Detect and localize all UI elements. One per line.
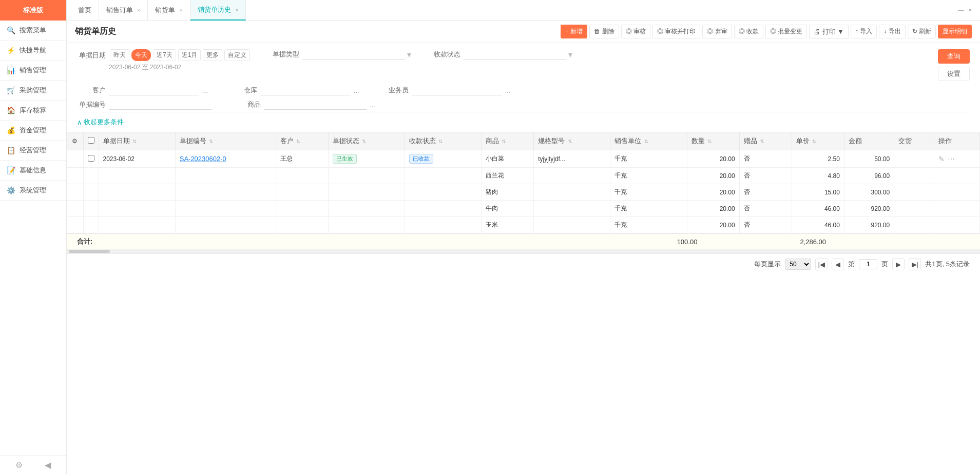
audit-print-button[interactable]: ◎ 审核并打印	[652, 25, 700, 38]
th-goods[interactable]: 商品 ⇅	[482, 132, 534, 150]
collect-status-input[interactable]	[464, 49, 566, 60]
cell-customer	[276, 217, 328, 233]
cell-check[interactable]	[83, 201, 99, 217]
th-unit-price[interactable]: 单价 ⇅	[792, 132, 844, 150]
th-amount: 金额	[844, 132, 894, 150]
doc-type-input[interactable]	[302, 49, 405, 60]
salesperson-dots[interactable]: ...	[505, 87, 511, 94]
sidebar-item-purchase-mgmt[interactable]: 🛒 采购管理	[0, 81, 66, 101]
goods-dots[interactable]: ...	[370, 101, 375, 109]
th-quantity[interactable]: 数量 ⇅	[687, 132, 739, 150]
tab-home[interactable]: 首页	[71, 0, 99, 21]
th-doc-no[interactable]: 单据编号 ⇅	[175, 132, 276, 150]
select-all-checkbox[interactable]	[88, 137, 94, 144]
close-tab-sales-order[interactable]: ×	[137, 7, 140, 13]
th-doc-status[interactable]: 单据状态 ⇅	[328, 132, 405, 150]
date-yesterday[interactable]: 昨天	[110, 49, 129, 61]
sidebar-item-operations[interactable]: 📋 经营管理	[0, 141, 66, 161]
delete-button[interactable]: 🗑 删除	[589, 25, 619, 38]
th-sales-unit[interactable]: 销售单位 ⇅	[610, 132, 687, 150]
cell-action	[934, 201, 980, 217]
tab-sales-goods[interactable]: 销货单 ×	[148, 0, 190, 21]
settings-button[interactable]: 设置	[938, 67, 970, 81]
page-next-btn[interactable]: ▶	[892, 258, 905, 270]
collect-status-badge: 已收款	[409, 154, 433, 164]
sidebar-item-inventory[interactable]: 🏠 库存核算	[0, 101, 66, 121]
query-button[interactable]: 查询	[938, 49, 970, 64]
th-checkbox[interactable]	[83, 132, 99, 150]
show-detail-button[interactable]: 显示明细	[938, 25, 972, 38]
sidebar-item-quick-nav[interactable]: ⚡ 快捷导航	[0, 41, 66, 61]
warehouse-input[interactable]	[260, 85, 351, 95]
print-button[interactable]: 🖨 打印 ▼	[809, 25, 849, 39]
th-spec[interactable]: 规格型号 ⇅	[534, 132, 610, 150]
sidebar-item-basic-info[interactable]: 📝 基础信息	[0, 161, 66, 181]
cell-quantity: 20.00	[687, 201, 739, 217]
sidebar: 标准版 🔍 搜索菜单 ⚡ 快捷导航 📊 销售管理 🛒 采购管理 🏠 库存核算 💰…	[0, 0, 67, 474]
customer-dots[interactable]: ...	[202, 87, 208, 94]
per-page-select[interactable]: 50 100 200	[785, 259, 811, 270]
sidebar-settings-btn[interactable]: ⚙	[15, 460, 23, 470]
topbar-right: — ×	[958, 7, 976, 14]
system-icon: ⚙️	[6, 186, 15, 194]
th-customer[interactable]: 客户 ⇅	[276, 132, 328, 150]
close-btn[interactable]: ×	[968, 7, 972, 14]
per-page-label: 每页显示	[754, 260, 781, 269]
minimize-btn[interactable]: —	[958, 7, 964, 14]
page-number-input[interactable]	[859, 259, 877, 269]
cell-settings	[67, 201, 83, 217]
th-gift[interactable]: 赠品 ⇅	[739, 132, 792, 150]
cell-check[interactable]	[83, 168, 99, 184]
tab-sales-order[interactable]: 销售订单 ×	[99, 0, 148, 21]
collapse-conditions-btn[interactable]: ∧ 收起更多条件	[77, 115, 970, 129]
cell-check[interactable]	[83, 217, 99, 233]
main-content: 首页 销售订单 × 销货单 × 销货单历史 × — × 销货单历史 + 新增 🗑…	[67, 0, 980, 474]
warehouse-dots[interactable]: ...	[354, 87, 359, 94]
refresh-button[interactable]: ↻ 刷新	[908, 25, 936, 38]
date-more[interactable]: 更多	[203, 49, 222, 61]
tab-sales-history[interactable]: 销货单历史 ×	[190, 0, 246, 21]
add-button[interactable]: + 新增	[561, 25, 587, 38]
sidebar-collapse-btn[interactable]: ◀	[45, 460, 51, 470]
customer-input[interactable]	[109, 85, 199, 95]
goods-input[interactable]	[264, 100, 367, 110]
footer-label: 合计:	[77, 237, 118, 246]
goods-label: 商品	[232, 100, 261, 109]
cell-doc-status: 已生效	[328, 150, 405, 168]
th-settings[interactable]: ⚙	[67, 132, 83, 150]
edit-icon[interactable]: ✎	[938, 155, 945, 163]
doc-no-input[interactable]	[109, 100, 212, 110]
sidebar-item-finance[interactable]: 💰 资金管理	[0, 121, 66, 141]
import-button[interactable]: ↑ 导入	[851, 25, 877, 38]
collect-button[interactable]: ◎ 收款	[734, 25, 763, 38]
table-row: 猪肉 千克 20.00 否 15.00 300.00	[67, 184, 980, 201]
close-tab-sales-history[interactable]: ×	[235, 7, 238, 13]
page-last-btn[interactable]: ▶|	[909, 258, 921, 270]
cell-check[interactable]	[83, 184, 99, 201]
doc-no-link[interactable]: SA-20230602-0	[180, 155, 226, 163]
th-date[interactable]: 单据日期 ⇅	[99, 132, 175, 150]
sidebar-item-search-menu[interactable]: 🔍 搜索菜单	[0, 21, 66, 41]
sidebar-item-sales-mgmt[interactable]: 📊 销售管理	[0, 61, 66, 81]
page-first-btn[interactable]: |◀	[815, 258, 828, 270]
date-today[interactable]: 今天	[131, 49, 151, 61]
abandon-button[interactable]: ◎ 弃审	[702, 25, 732, 38]
date-custom[interactable]: 自定义	[224, 49, 250, 61]
sidebar-item-system[interactable]: ⚙️ 系统管理	[0, 181, 66, 201]
cell-goods: 小白菜	[482, 150, 534, 168]
salesperson-input[interactable]	[412, 85, 502, 95]
row-checkbox[interactable]	[88, 155, 94, 162]
inventory-icon: 🏠	[6, 106, 15, 114]
more-icon[interactable]: ⋯	[948, 155, 955, 163]
close-tab-sales-goods[interactable]: ×	[179, 7, 182, 13]
date-1month[interactable]: 近1月	[178, 49, 201, 61]
filter-date-group: 单据日期 昨天 今天 近7天 近1月 更多 自定义 2023-06-02 至 2…	[77, 49, 250, 72]
export-button[interactable]: ↓ 导出	[879, 25, 905, 38]
page-prev-btn[interactable]: ◀	[832, 258, 844, 270]
cell-check[interactable]	[83, 150, 99, 168]
audit-button[interactable]: ◎ 审核	[621, 25, 650, 38]
date-range-display: 2023-06-02 至 2023-06-02	[109, 64, 181, 71]
batch-change-button[interactable]: ◎ 批量变更	[765, 25, 807, 38]
th-collect-status[interactable]: 收款状态 ⇅	[405, 132, 481, 150]
date-7days[interactable]: 近7天	[153, 49, 176, 61]
